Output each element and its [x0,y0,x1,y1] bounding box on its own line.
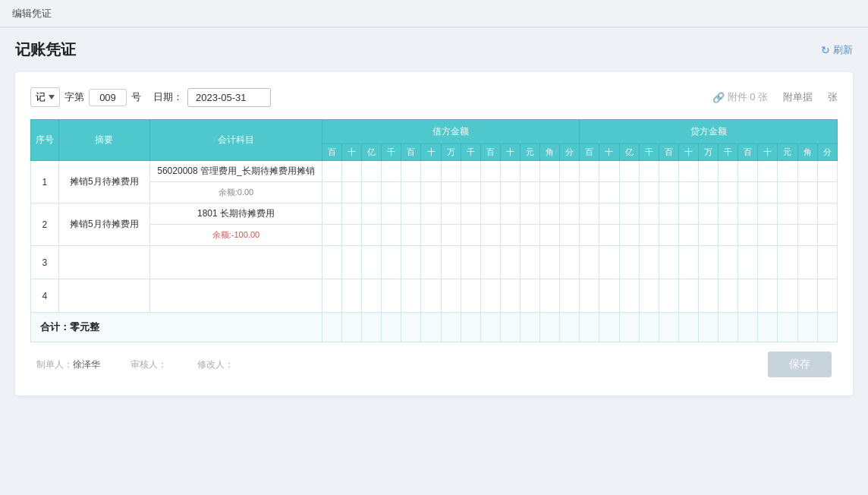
refresh-button[interactable]: ↻ 刷新 [821,43,853,57]
cell-d2-0-11[interactable] [540,182,560,203]
cell-d2-1-5[interactable] [421,225,441,246]
cell-c-2-11[interactable] [797,246,817,279]
cell-c2-0-5[interactable] [678,182,698,203]
cell-c-3-11[interactable] [797,279,817,313]
cell-c-3-1[interactable] [599,279,619,313]
cell-c-3-12[interactable] [817,279,837,313]
cell-c-0-9[interactable] [758,161,778,182]
cell-d-0-4[interactable] [401,161,421,182]
cell-c-2-8[interactable] [738,246,758,279]
cell-d-3-9[interactable] [500,279,520,313]
cell-d2-1-7[interactable] [461,225,480,246]
table-row[interactable]: 2 摊销5月待摊费用 1801 长期待摊费用 [31,203,838,225]
cell-d-3-7[interactable] [461,279,480,313]
cell-c-3-4[interactable] [659,279,678,313]
cell-d2-1-11[interactable] [540,225,560,246]
cell-c-3-6[interactable] [698,279,718,313]
cell-d-1-0[interactable] [322,203,341,225]
cell-d2-1-2[interactable] [362,225,382,246]
cell-c2-1-2[interactable] [619,225,639,246]
cell-d-2-9[interactable] [500,246,520,279]
cell-c-2-6[interactable] [698,246,718,279]
cell-c2-0-12[interactable] [817,182,837,203]
cell-c2-0-0[interactable] [580,182,599,203]
cell-c-0-11[interactable] [797,161,817,182]
cell-account-1[interactable]: 1801 长期待摊费用 [150,203,322,225]
cell-c-2-5[interactable] [678,246,698,279]
cell-d-0-8[interactable] [480,161,500,182]
cell-c-2-2[interactable] [619,246,639,279]
cell-c-2-4[interactable] [659,246,678,279]
cell-d-1-10[interactable] [520,203,540,225]
cell-c2-1-6[interactable] [698,225,718,246]
cell-c2-1-4[interactable] [659,225,678,246]
cell-d-3-1[interactable] [342,279,362,313]
cell-d-3-6[interactable] [441,279,461,313]
cell-d-1-1[interactable] [342,203,362,225]
cell-c-3-5[interactable] [678,279,698,313]
cell-c-2-1[interactable] [599,246,619,279]
cell-d2-0-7[interactable] [461,182,480,203]
cell-d-0-7[interactable] [461,161,480,182]
cell-d2-0-4[interactable] [401,182,421,203]
cell-d-0-6[interactable] [441,161,461,182]
cell-d2-1-1[interactable] [342,225,362,246]
cell-d-2-11[interactable] [540,246,560,279]
cell-d2-1-3[interactable] [382,225,401,246]
cell-d-2-1[interactable] [342,246,362,279]
table-row[interactable]: 1 摊销5月待摊费用 56020008 管理费用_长期待摊费用摊销 [31,161,838,182]
cell-d-1-2[interactable] [362,203,382,225]
cell-c-2-9[interactable] [758,246,778,279]
cell-c-0-10[interactable] [778,161,797,182]
cell-d-2-8[interactable] [480,246,500,279]
cell-c-0-7[interactable] [719,161,738,182]
cell-d-1-8[interactable] [480,203,500,225]
cell-c2-1-5[interactable] [678,225,698,246]
cell-c-1-5[interactable] [678,203,698,225]
cell-d-1-5[interactable] [421,203,441,225]
cell-d-2-0[interactable] [322,246,341,279]
cell-d2-0-8[interactable] [480,182,500,203]
cell-c-2-10[interactable] [778,246,797,279]
cell-c-1-12[interactable] [817,203,837,225]
cell-summary-3[interactable] [58,279,149,313]
cell-d-0-5[interactable] [421,161,441,182]
cell-c2-1-3[interactable] [639,225,659,246]
cell-d2-1-12[interactable] [560,225,580,246]
cell-c-1-6[interactable] [698,203,718,225]
cell-d2-0-10[interactable] [520,182,540,203]
date-input[interactable] [187,88,271,107]
cell-c2-1-12[interactable] [817,225,837,246]
cell-d2-0-5[interactable] [421,182,441,203]
cell-d-1-11[interactable] [540,203,560,225]
table-row[interactable]: 4 [31,279,838,313]
cell-c2-1-10[interactable] [778,225,797,246]
cell-c-0-5[interactable] [678,161,698,182]
type-select[interactable]: 记 [30,87,60,107]
cell-c2-0-9[interactable] [758,182,778,203]
table-row[interactable]: 3 [31,246,838,279]
cell-d-0-9[interactable] [500,161,520,182]
cell-c2-1-1[interactable] [599,225,619,246]
cell-c-2-7[interactable] [719,246,738,279]
cell-d2-1-0[interactable] [322,225,341,246]
cell-d-0-12[interactable] [560,161,580,182]
cell-d2-0-6[interactable] [441,182,461,203]
cell-c2-1-9[interactable] [758,225,778,246]
cell-c-2-3[interactable] [639,246,659,279]
cell-account-0[interactable]: 56020008 管理费用_长期待摊费用摊销 [150,161,322,182]
cell-d-1-4[interactable] [401,203,421,225]
cell-c-3-0[interactable] [580,279,599,313]
cell-d2-1-4[interactable] [401,225,421,246]
cell-d-0-11[interactable] [540,161,560,182]
cell-c-0-12[interactable] [817,161,837,182]
cell-c-3-2[interactable] [619,279,639,313]
cell-c2-1-7[interactable] [719,225,738,246]
cell-c-0-4[interactable] [659,161,678,182]
cell-c-1-7[interactable] [719,203,738,225]
cell-d-2-4[interactable] [401,246,421,279]
cell-c-0-2[interactable] [619,161,639,182]
cell-d-1-9[interactable] [500,203,520,225]
cell-d-3-4[interactable] [401,279,421,313]
cell-d-3-10[interactable] [520,279,540,313]
